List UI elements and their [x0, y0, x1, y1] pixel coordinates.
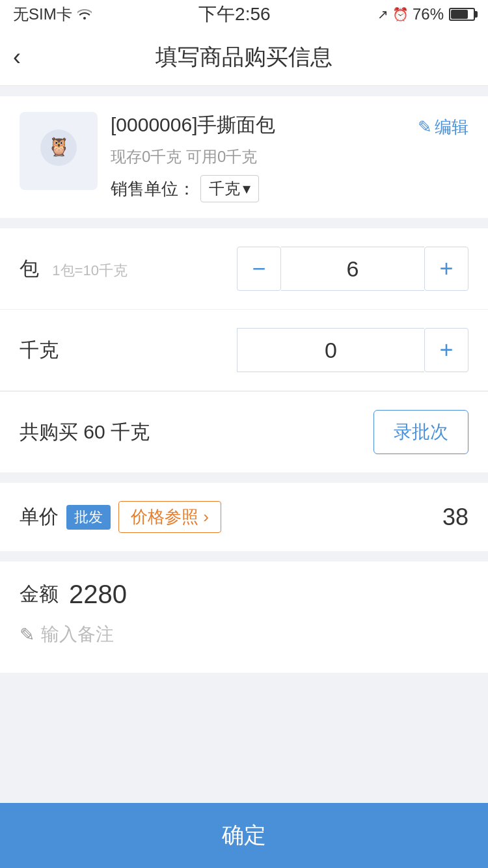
back-button[interactable]: ‹: [13, 44, 21, 71]
price-label: 单价: [20, 504, 59, 530]
status-bar: 无SIM卡 下午2:56 ↗ ⏰ 76%: [0, 0, 488, 29]
unit-select[interactable]: 千克 ▾: [200, 175, 259, 202]
package-minus-button[interactable]: −: [237, 247, 281, 291]
status-left: 无SIM卡: [13, 4, 92, 25]
price-left: 单价 批发 价格参照 ›: [20, 501, 221, 533]
unit-dropdown-icon: ▾: [243, 180, 251, 198]
kg-quantity-control: +: [237, 328, 468, 372]
kg-plus-button[interactable]: +: [424, 328, 468, 372]
edit-icon: ✎: [418, 117, 432, 137]
summary-row: 共购买 60 千克 录批次: [0, 391, 488, 472]
amount-section: 金额 2280 ✎ 输入备注: [0, 551, 488, 673]
battery-icon: [449, 8, 475, 21]
svg-text:🦉: 🦉: [47, 136, 70, 157]
note-row[interactable]: ✎ 输入备注: [20, 622, 468, 660]
bottom-bar: 确定: [0, 803, 488, 868]
batch-button[interactable]: 录批次: [373, 410, 468, 454]
package-row: 包 1包=10千克 − +: [0, 228, 488, 310]
kg-quantity-input[interactable]: [237, 328, 424, 372]
unit-value: 千克: [209, 178, 240, 199]
price-section: 单价 批发 价格参照 › 38: [0, 483, 488, 551]
quantity-section: 包 1包=10千克 − + 千克 + 共购买 60 千克 录批次: [0, 228, 488, 472]
time-display: 下午2:56: [198, 2, 271, 27]
summary-text: 共购买 60 千克: [20, 419, 150, 446]
status-right: ↗ ⏰ 76%: [377, 5, 475, 23]
location-icon: ↗: [377, 7, 388, 22]
package-hint: 1包=10千克: [52, 262, 128, 278]
carrier-text: 无SIM卡: [13, 4, 72, 25]
product-image: 🦉: [20, 112, 98, 190]
package-plus-button[interactable]: +: [424, 247, 468, 291]
product-section: 🦉 [0000006]手撕面包 现存0千克 可用0千克 销售单位： 千克 ▾ ✎…: [0, 96, 488, 218]
confirm-button[interactable]: 确定: [0, 803, 488, 868]
amount-label: 金额: [20, 581, 59, 608]
package-quantity-input[interactable]: [281, 247, 424, 291]
product-name: [0000006]手撕面包: [111, 112, 468, 139]
product-image-placeholder: 🦉: [39, 128, 78, 174]
price-value: 38: [442, 504, 468, 531]
kg-label: 千克: [20, 337, 237, 364]
pencil-icon: ✎: [20, 624, 34, 645]
amount-row: 金额 2280: [20, 580, 468, 609]
batch-tag: 批发: [66, 505, 111, 530]
page-title: 填写商品购买信息: [156, 42, 332, 72]
price-reference-button[interactable]: 价格参照 ›: [118, 501, 221, 533]
edit-button[interactable]: ✎ 编辑: [418, 116, 468, 139]
note-placeholder: 输入备注: [41, 622, 114, 647]
product-stock: 现存0千克 可用0千克: [111, 146, 468, 167]
amount-value: 2280: [69, 580, 127, 609]
product-info: [0000006]手撕面包 现存0千克 可用0千克 销售单位： 千克 ▾: [111, 112, 468, 202]
battery-percent: 76%: [413, 5, 444, 23]
kg-row: 千克 +: [0, 310, 488, 391]
wifi-icon: [77, 5, 92, 23]
package-quantity-control: − +: [237, 247, 468, 291]
alarm-icon: ⏰: [392, 7, 409, 22]
unit-label: 销售单位：: [111, 178, 195, 200]
package-label: 包 1包=10千克: [20, 256, 237, 282]
edit-label: 编辑: [435, 116, 468, 139]
price-row: 单价 批发 价格参照 › 38: [20, 501, 468, 533]
nav-bar: ‹ 填写商品购买信息: [0, 29, 488, 86]
product-unit-row: 销售单位： 千克 ▾: [111, 175, 468, 202]
